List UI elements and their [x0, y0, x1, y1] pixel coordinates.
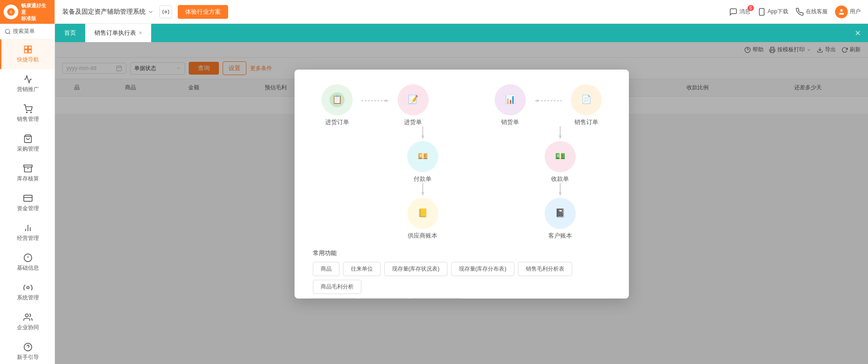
- sidebar-item-label: 新手引导: [17, 353, 39, 361]
- topbar: 装备及固定资产辅助管理系统 体验行业方案 6 消息 App下载: [55, 0, 868, 24]
- svg-point-8: [27, 112, 27, 113]
- sidebar-nav: 快捷导航 营销推广 销售管理 采购管理 库存核算 资金管理: [0, 39, 55, 364]
- sidebar-item-purchase[interactable]: 采购管理: [0, 129, 55, 158]
- tabbar: 首页 销售订单执行表 × ✕: [55, 24, 868, 42]
- wf-circle-supplier-ledger: 📒: [407, 198, 438, 229]
- tab-close-icon[interactable]: ×: [139, 30, 142, 36]
- topbar-settings-button[interactable]: [159, 5, 172, 18]
- wf-arrows-down: [313, 126, 611, 139]
- wf-node-supplier-ledger[interactable]: 📒 供应商账本: [395, 198, 450, 240]
- svg-rect-4: [25, 46, 28, 49]
- wf-down-arrow-customer: [533, 183, 588, 196]
- cf-btn-8[interactable]: 付款情况统计: [412, 298, 460, 299]
- sidebar-item-label: 销售管理: [17, 115, 39, 123]
- sidebar-item-finance[interactable]: 资金管理: [0, 188, 55, 218]
- workflow-popup: 📋 进货订单: [295, 70, 629, 299]
- wf-label-sales-order: 销售订单: [574, 118, 598, 126]
- svg-line-3: [9, 33, 11, 34]
- wf-node-payment-in[interactable]: 💵 收款单: [533, 141, 588, 183]
- wf-circle-purchase-order: 📋: [322, 84, 353, 115]
- sidebar-item-sales[interactable]: 销售管理: [0, 99, 55, 129]
- svg-rect-13: [24, 195, 32, 201]
- sidebar-search[interactable]: 搜索菜单: [0, 24, 55, 39]
- wf-arrow-h-1: [361, 98, 389, 103]
- tab-home[interactable]: 首页: [55, 24, 85, 42]
- user-label: 用户: [850, 8, 861, 16]
- sidebar-item-system[interactable]: 系统管理: [0, 277, 55, 307]
- cf-btn-3[interactable]: 现存量(库存分布表): [451, 262, 514, 276]
- wf-node-payment-out[interactable]: 💴 付款单: [395, 141, 450, 183]
- sidebar-item-label: 企业协同: [17, 324, 39, 331]
- wf-down-arrow-supplier: [395, 183, 450, 196]
- sidebar-search-label: 搜索菜单: [13, 27, 35, 35]
- wf-circle-sales-receipt: 📊: [495, 84, 526, 115]
- tabbar-close-button[interactable]: ✕: [847, 24, 868, 42]
- workflow-row-1: 📋 进货订单: [313, 84, 611, 126]
- trial-button[interactable]: 体验行业方案: [178, 5, 228, 19]
- workflow-row-3: 📒 供应商账本: [313, 198, 611, 240]
- popup-scroll-content: 📋 进货订单: [295, 70, 629, 299]
- cf-btn-7[interactable]: 收款情况统计: [360, 298, 408, 299]
- sidebar-item-newbie[interactable]: 新手引导: [0, 337, 55, 364]
- svg-marker-58: [421, 192, 424, 196]
- message-button[interactable]: 6 消息: [729, 8, 750, 16]
- svg-text:6: 6: [10, 10, 12, 14]
- cf-btn-0[interactable]: 商品: [313, 262, 339, 276]
- logo-icon: 6: [4, 5, 18, 19]
- wf-label-purchase-receipt: 进货单: [404, 118, 422, 126]
- wf-label-purchase-order: 进货订单: [325, 118, 349, 126]
- tab-sales-order[interactable]: 销售订单执行表 ×: [85, 24, 151, 42]
- app-download-button[interactable]: App下载: [758, 8, 788, 16]
- cf-btn-5[interactable]: 商品毛利分析: [313, 280, 361, 294]
- wf-arrow-h-2: [535, 98, 562, 103]
- sidebar-item-enterprise[interactable]: 企业协同: [0, 307, 55, 337]
- svg-text:📋: 📋: [332, 94, 343, 104]
- content-area: 帮助 按模板打印 导出 刷新 yyyy-mm: [55, 42, 868, 364]
- system-title: 装备及固定资产辅助管理系统: [62, 8, 146, 16]
- popup-overlay[interactable]: 📋 进货订单: [55, 42, 868, 364]
- system-title-dropdown[interactable]: 装备及固定资产辅助管理系统: [62, 8, 154, 16]
- sidebar-item-label: 采购管理: [17, 145, 39, 153]
- svg-text:📄: 📄: [581, 94, 592, 104]
- sidebar-item-inventory[interactable]: 库存核算: [0, 158, 55, 188]
- svg-point-22: [25, 314, 28, 317]
- svg-text:📓: 📓: [555, 208, 566, 218]
- topbar-right: 6 消息 App下载 在线客服 用户: [729, 5, 861, 18]
- cf-btn-4[interactable]: 销售毛利分析表: [518, 262, 572, 276]
- wf-circle-payment-in: 💵: [545, 141, 576, 172]
- tab-sales-order-label: 销售订单执行表: [94, 29, 136, 37]
- svg-marker-60: [559, 192, 562, 196]
- wf-down-arrow-receipt: [533, 126, 588, 139]
- wf-label-payment-in: 收款单: [551, 175, 569, 183]
- wf-node-purchase-receipt[interactable]: 📝 进货单: [389, 84, 437, 126]
- logo-text: 畅康通好生意 标准版: [21, 2, 51, 22]
- user-menu[interactable]: 用户: [835, 5, 861, 18]
- svg-text:💴: 💴: [418, 151, 428, 161]
- app-download-label: App下载: [768, 8, 788, 16]
- sidebar-item-operations[interactable]: 经营管理: [0, 218, 55, 248]
- wf-node-sales-receipt[interactable]: 📊 销货单: [486, 84, 535, 126]
- svg-rect-6: [25, 50, 28, 53]
- cf-btn-6[interactable]: 销售排行榜: [313, 298, 356, 299]
- svg-marker-40: [385, 99, 389, 102]
- sidebar-item-quick-nav[interactable]: 快捷导航: [0, 39, 55, 69]
- cf-btn-2[interactable]: 现存量(库存状况表): [384, 262, 448, 276]
- wf-node-purchase-order[interactable]: 📋 进货订单: [313, 84, 361, 126]
- sidebar-item-label: 经营管理: [17, 234, 39, 242]
- online-service-button[interactable]: 在线客服: [796, 8, 828, 16]
- wf-circle-payment-out: 💴: [407, 141, 438, 172]
- tab-home-label: 首页: [64, 29, 76, 37]
- sidebar-item-marketing[interactable]: 营销推广: [0, 69, 55, 99]
- cf-buttons: 商品 往来单位 现存量(库存状况表) 现存量(库存分布表) 销售毛利分析表 商品…: [313, 262, 611, 294]
- svg-text:💵: 💵: [555, 151, 566, 161]
- wf-node-customer-ledger[interactable]: 📓 客户账本: [533, 198, 588, 240]
- wf-label-payment-out: 付款单: [414, 175, 431, 183]
- wf-node-sales-order[interactable]: 📄 销售订单: [562, 84, 611, 126]
- online-service-label: 在线客服: [806, 8, 828, 16]
- wf-label-supplier-ledger: 供应商账本: [408, 232, 437, 240]
- workflow-row-2: 💴 付款单: [313, 141, 611, 183]
- cf-btn-1[interactable]: 往来单位: [343, 262, 381, 276]
- sidebar-item-label: 库存核算: [17, 175, 39, 183]
- sidebar-item-basic-info[interactable]: 基础信息: [0, 248, 55, 277]
- workflow-diagram: 📋 进货订单: [313, 84, 611, 240]
